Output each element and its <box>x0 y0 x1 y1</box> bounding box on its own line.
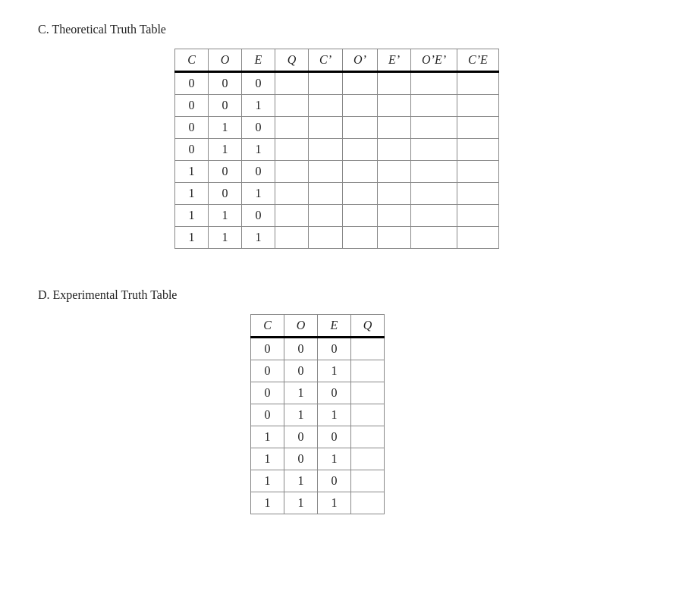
table-row: 110 <box>251 470 385 492</box>
theoretical-table-container: COEQC’O’E’O’E’C’E 0000010100111001011101… <box>174 49 499 249</box>
table-cell: 0 <box>242 117 275 139</box>
table-cell <box>411 139 457 161</box>
table-cell <box>411 183 457 205</box>
table-cell: 1 <box>318 404 351 426</box>
experimental-table-container: COEQ 000001010011100101110111 <box>250 314 385 514</box>
table-cell: 0 <box>251 360 284 382</box>
table-cell: 1 <box>209 205 242 227</box>
table-cell: 0 <box>284 426 318 448</box>
table-cell: 0 <box>175 139 209 161</box>
table-cell <box>309 205 343 227</box>
table-cell: 0 <box>242 72 275 95</box>
table-cell <box>343 205 378 227</box>
table-cell <box>275 139 309 161</box>
table-cell <box>343 227 378 249</box>
table-cell: 1 <box>175 227 209 249</box>
table-cell: 1 <box>284 382 318 404</box>
table-row: 101 <box>251 448 385 470</box>
table-row: 101 <box>175 183 499 205</box>
table-cell <box>457 227 498 249</box>
experimental-table-header: COEQ <box>251 315 385 338</box>
table-cell <box>457 139 498 161</box>
table-cell <box>411 95 457 117</box>
table-cell <box>351 404 385 426</box>
table-cell <box>309 72 343 95</box>
table-cell: 0 <box>209 183 242 205</box>
table-cell <box>457 161 498 183</box>
theoretical-table-header: COEQC’O’E’O’E’C’E <box>175 49 499 72</box>
table-cell: 0 <box>318 382 351 404</box>
experimental-col-header: C <box>251 315 284 338</box>
table-cell <box>457 72 498 95</box>
table-row: 111 <box>251 492 385 514</box>
table-cell: 0 <box>175 95 209 117</box>
table-cell: 1 <box>251 470 284 492</box>
table-cell: 0 <box>251 338 284 360</box>
table-cell: 1 <box>209 139 242 161</box>
table-cell: 1 <box>251 448 284 470</box>
theoretical-col-header: O’ <box>343 49 378 72</box>
table-row: 000 <box>251 338 385 360</box>
theoretical-col-header: O’E’ <box>411 49 457 72</box>
table-cell <box>377 72 410 95</box>
table-cell <box>411 227 457 249</box>
table-cell <box>275 161 309 183</box>
table-cell: 1 <box>175 183 209 205</box>
table-cell <box>351 448 385 470</box>
table-cell <box>351 470 385 492</box>
table-cell: 0 <box>284 338 318 360</box>
table-row: 011 <box>251 404 385 426</box>
table-cell <box>377 227 410 249</box>
table-cell: 0 <box>242 205 275 227</box>
table-cell <box>275 117 309 139</box>
experimental-col-header: E <box>318 315 351 338</box>
table-cell <box>377 117 410 139</box>
theoretical-col-header: Q <box>275 49 309 72</box>
table-cell <box>275 183 309 205</box>
table-cell <box>411 205 457 227</box>
table-row: 111 <box>175 227 499 249</box>
table-cell: 1 <box>318 448 351 470</box>
table-cell: 0 <box>209 72 242 95</box>
table-cell <box>377 161 410 183</box>
theoretical-col-header: E’ <box>377 49 410 72</box>
table-cell: 1 <box>242 95 275 117</box>
table-cell: 0 <box>318 470 351 492</box>
table-cell <box>377 183 410 205</box>
table-cell <box>275 227 309 249</box>
theoretical-col-header: C’E <box>457 49 498 72</box>
table-cell <box>457 117 498 139</box>
table-cell: 0 <box>209 161 242 183</box>
table-cell: 1 <box>284 404 318 426</box>
table-cell <box>351 492 385 514</box>
table-cell: 0 <box>284 448 318 470</box>
table-cell <box>343 139 378 161</box>
table-cell <box>309 161 343 183</box>
table-row: 001 <box>175 95 499 117</box>
section-d-label: D. Experimental Truth Table <box>38 288 647 302</box>
table-row: 100 <box>251 426 385 448</box>
table-cell: 0 <box>242 161 275 183</box>
table-cell <box>343 72 378 95</box>
table-cell <box>275 72 309 95</box>
table-cell: 0 <box>318 338 351 360</box>
table-row: 000 <box>175 72 499 95</box>
table-cell: 1 <box>242 139 275 161</box>
experimental-col-header: Q <box>351 315 385 338</box>
table-cell <box>275 95 309 117</box>
table-cell <box>377 139 410 161</box>
table-cell <box>457 183 498 205</box>
table-cell: 1 <box>318 492 351 514</box>
table-cell: 1 <box>209 227 242 249</box>
experimental-col-header: O <box>284 315 318 338</box>
table-cell: 1 <box>318 360 351 382</box>
table-cell <box>309 95 343 117</box>
theoretical-truth-table: COEQC’O’E’O’E’C’E 0000010100111001011101… <box>174 49 499 249</box>
table-cell: 1 <box>251 492 284 514</box>
table-cell <box>377 205 410 227</box>
table-cell <box>343 183 378 205</box>
table-cell <box>351 382 385 404</box>
table-cell: 1 <box>251 426 284 448</box>
table-cell <box>411 161 457 183</box>
table-cell: 0 <box>175 72 209 95</box>
